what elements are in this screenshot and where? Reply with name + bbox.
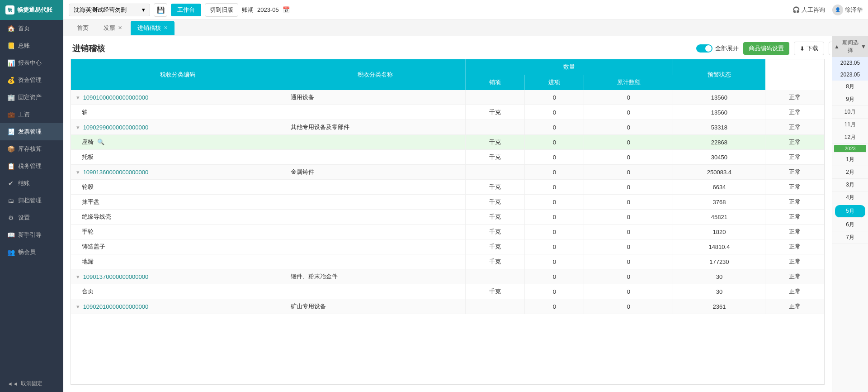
row-name: 通用设备 <box>285 90 465 105</box>
sidebar-item-guide[interactable]: 📖 新手引导 <box>0 226 63 244</box>
th-total: 累计数额 <box>584 75 673 90</box>
user-name: 徐泽华 <box>845 6 863 14</box>
data-table-wrapper: 税收分类编码 税收分类名称 数量 预警状态 销项 进项 累计数额 ▾ 1090 <box>71 59 825 385</box>
user-menu[interactable]: 👤 徐泽华 <box>832 5 863 15</box>
sidebar-item-salary[interactable]: 💼 工资 <box>0 106 63 123</box>
row-sales: 0 <box>525 254 584 269</box>
table-row: 轴 千克 0 0 13560 正常 <box>71 105 824 120</box>
panel-down-arrow[interactable]: ▼ <box>861 43 866 50</box>
th-quantity-group: 数量 <box>465 59 673 75</box>
row-item-name: 手轮 <box>71 225 285 239</box>
period-display: 账期 2023-05 📅 <box>242 6 290 14</box>
sidebar-item-asset[interactable]: 🏢 固定资产 <box>0 89 63 106</box>
row-item-name: 抹平盘 <box>71 195 285 210</box>
row-item-name: 轴 <box>71 105 285 120</box>
home-icon: 🏠 <box>7 25 14 32</box>
month-2[interactable]: 2月 <box>832 166 868 179</box>
sidebar-item-label: 归档管理 <box>18 196 42 205</box>
row-total: 30450 <box>673 150 765 165</box>
inventory-icon: 📦 <box>7 145 14 153</box>
row-total: 1820 <box>673 225 765 239</box>
sidebar-item-fund[interactable]: 💰 资金管理 <box>0 72 63 89</box>
row-purchase: 0 <box>584 210 673 225</box>
row-purchase: 0 <box>584 239 673 254</box>
row-name: 金属铸件 <box>285 165 465 180</box>
expand-icon[interactable]: ▾ <box>76 169 80 176</box>
row-status: 正常 <box>765 210 824 225</box>
month-4[interactable]: 4月 <box>832 191 868 204</box>
expand-icon[interactable]: ▾ <box>76 273 80 280</box>
download-button[interactable]: ⬇ 下载 <box>794 42 824 55</box>
expand-icon[interactable]: ▾ <box>76 94 80 101</box>
row-total: 6634 <box>673 180 765 195</box>
company-selector[interactable]: 沈海英测试经营勿删 ▾ <box>69 4 150 16</box>
data-table: 税收分类编码 税收分类名称 数量 预警状态 销项 进项 累计数额 ▾ 1090 <box>71 59 824 314</box>
row-purchase: 0 <box>584 150 673 165</box>
page-content: 进销稽核 全部展开 商品编码设置 ⬇ 下载 ↻ 刷新 <box>63 36 868 392</box>
tab-invoice[interactable]: 发票 ✕ <box>97 21 129 35</box>
row-purchase: 0 <box>584 195 673 210</box>
month-10[interactable]: 10月 <box>832 106 868 119</box>
th-purchase: 进项 <box>525 75 584 90</box>
sidebar-item-ledger[interactable]: 📒 总账 <box>0 37 63 54</box>
row-item-name: 托板 <box>71 150 285 165</box>
month-8[interactable]: 8月 <box>832 81 868 93</box>
sidebar-item-label: 设置 <box>18 214 30 222</box>
expand-icon[interactable]: ▾ <box>76 124 80 131</box>
sidebar-item-tax[interactable]: 📋 税务管理 <box>0 158 63 175</box>
table-row: 铸造盖子 千克 0 0 14810.4 正常 <box>71 239 824 254</box>
month-9[interactable]: 9月 <box>832 93 868 106</box>
page-title: 进销稽核 <box>72 43 105 54</box>
settings-icon: ⚙ <box>7 214 14 221</box>
tab-home[interactable]: 首页 <box>71 21 95 35</box>
table-row: 合页 千克 0 0 30 正常 <box>71 284 824 299</box>
row-status: 正常 <box>765 165 824 180</box>
period-2023-05-2[interactable]: 2023.05 <box>832 69 868 81</box>
row-code: ▾ 10901370000000000000 <box>71 269 285 284</box>
row-unit: 千克 <box>465 195 524 210</box>
product-code-button[interactable]: 商品编码设置 <box>743 42 789 55</box>
unpin-button[interactable]: ◄◄ 取消固定 <box>0 375 63 392</box>
expand-icon[interactable]: ▾ <box>76 303 80 310</box>
sidebar-item-member[interactable]: 👥 畅会员 <box>0 244 63 261</box>
panel-up-arrow[interactable]: ▲ <box>834 43 840 50</box>
sidebar-item-checkout[interactable]: ✔ 结账 <box>0 175 63 192</box>
sidebar-item-report[interactable]: 📊 报表中心 <box>0 54 63 72</box>
row-sales: 0 <box>525 180 584 195</box>
toggle-expand-switch[interactable] <box>696 44 712 53</box>
tab-invoice-close[interactable]: ✕ <box>118 25 122 31</box>
tab-check-close[interactable]: ✕ <box>164 25 168 31</box>
workbench-button[interactable]: 工作台 <box>171 4 201 16</box>
table-row: 座椅🔍 千克 0 0 22868 正常 <box>71 135 824 150</box>
switch-version-button[interactable]: 切到旧版 <box>205 3 238 17</box>
th-tax-code: 税收分类编码 <box>71 59 285 90</box>
month-12[interactable]: 12月 <box>832 131 868 144</box>
period-2023-05-top[interactable]: 2023.05 <box>832 57 868 69</box>
sidebar-item-invoice[interactable]: 🧾 发票管理 <box>0 123 63 140</box>
search-icon[interactable]: 🔍 <box>97 139 104 145</box>
row-status: 正常 <box>765 180 824 195</box>
table-row: 手轮 千克 0 0 1820 正常 <box>71 225 824 239</box>
calendar-icon[interactable]: 📅 <box>283 6 290 13</box>
table-row: 抹平盘 千克 0 0 3768 正常 <box>71 195 824 210</box>
month-7[interactable]: 7月 <box>832 231 868 244</box>
table-row: 地漏 千克 0 0 177230 正常 <box>71 254 824 269</box>
save-button[interactable]: 💾 <box>154 3 167 17</box>
row-status: 正常 <box>765 135 824 150</box>
tab-check[interactable]: 进销稽核 ✕ <box>131 21 175 35</box>
month-3[interactable]: 3月 <box>832 179 868 191</box>
sidebar-item-archive[interactable]: 🗂 归档管理 <box>0 192 63 209</box>
month-6[interactable]: 6月 <box>832 219 868 231</box>
tab-home-label: 首页 <box>77 24 89 32</box>
member-icon: 👥 <box>7 249 14 256</box>
sidebar-item-home[interactable]: 🏠 首页 <box>0 20 63 37</box>
sidebar-item-settings[interactable]: ⚙ 设置 <box>0 209 63 226</box>
sidebar-item-inventory[interactable]: 📦 库存核算 <box>0 140 63 158</box>
month-1[interactable]: 1月 <box>832 153 868 166</box>
help-button[interactable]: 🎧 人工咨询 <box>793 6 825 14</box>
month-5-active[interactable]: 5月 <box>835 205 865 218</box>
row-total: 22868 <box>673 135 765 150</box>
month-11[interactable]: 11月 <box>832 119 868 131</box>
row-item-name2 <box>285 210 465 225</box>
table-row: ▾ 10901370000000000000 锻件、粉末冶金件 0 0 30 正… <box>71 269 824 284</box>
